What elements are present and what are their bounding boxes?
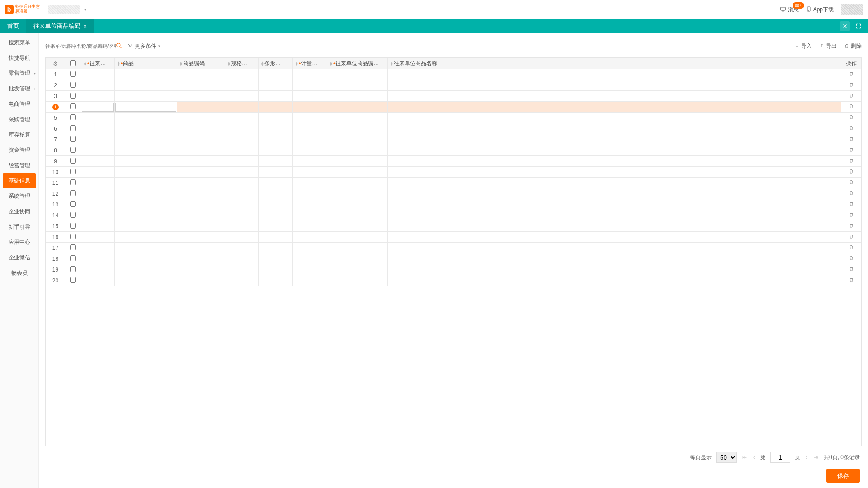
cell[interactable] bbox=[115, 156, 177, 167]
cell[interactable] bbox=[115, 134, 177, 145]
cell[interactable] bbox=[81, 156, 115, 167]
cell[interactable] bbox=[115, 69, 177, 80]
cell[interactable] bbox=[225, 102, 259, 113]
cell[interactable] bbox=[177, 123, 225, 134]
cell[interactable] bbox=[293, 145, 327, 156]
cell[interactable] bbox=[115, 253, 177, 264]
cell[interactable] bbox=[225, 232, 259, 243]
table-row[interactable]: 9 bbox=[46, 156, 861, 167]
cell[interactable] bbox=[327, 134, 388, 145]
cell[interactable] bbox=[115, 243, 177, 253]
sidebar-item-15[interactable]: 畅会员 bbox=[0, 265, 38, 281]
row-checkbox[interactable] bbox=[70, 114, 76, 120]
cell[interactable] bbox=[177, 134, 225, 145]
cell[interactable] bbox=[115, 210, 177, 221]
cell[interactable] bbox=[293, 156, 327, 167]
cell[interactable] bbox=[81, 167, 115, 178]
search-icon[interactable] bbox=[116, 42, 122, 50]
cell[interactable] bbox=[115, 113, 177, 123]
sidebar-item-5[interactable]: 采购管理 bbox=[0, 112, 38, 127]
cell[interactable] bbox=[81, 102, 115, 113]
cell[interactable] bbox=[225, 199, 259, 210]
cell[interactable] bbox=[81, 188, 115, 199]
cell[interactable] bbox=[115, 264, 177, 275]
cell[interactable] bbox=[177, 253, 225, 264]
trash-icon[interactable] bbox=[849, 103, 854, 109]
cell[interactable] bbox=[259, 91, 293, 102]
cell[interactable] bbox=[388, 156, 841, 167]
cell[interactable] bbox=[327, 210, 388, 221]
cell[interactable] bbox=[259, 178, 293, 188]
cell[interactable] bbox=[115, 199, 177, 210]
cell[interactable] bbox=[388, 145, 841, 156]
cell[interactable] bbox=[177, 232, 225, 243]
cell[interactable] bbox=[225, 275, 259, 286]
cell[interactable] bbox=[388, 210, 841, 221]
per-page-select[interactable]: 50 bbox=[716, 452, 737, 463]
cell[interactable] bbox=[81, 178, 115, 188]
cell[interactable] bbox=[115, 167, 177, 178]
trash-icon[interactable] bbox=[849, 277, 854, 282]
trash-icon[interactable] bbox=[849, 266, 854, 272]
cell[interactable] bbox=[81, 113, 115, 123]
cell[interactable] bbox=[225, 113, 259, 123]
cell[interactable] bbox=[81, 91, 115, 102]
table-row[interactable]: 19 bbox=[46, 264, 861, 275]
cell[interactable] bbox=[225, 134, 259, 145]
cell[interactable] bbox=[177, 145, 225, 156]
trash-icon[interactable] bbox=[849, 125, 854, 131]
cell[interactable] bbox=[327, 102, 388, 113]
cell[interactable] bbox=[259, 156, 293, 167]
trash-icon[interactable] bbox=[849, 234, 854, 239]
cell[interactable] bbox=[177, 264, 225, 275]
trash-icon[interactable] bbox=[849, 93, 854, 98]
trash-icon[interactable] bbox=[849, 223, 854, 228]
cell[interactable] bbox=[327, 80, 388, 91]
cell[interactable] bbox=[259, 210, 293, 221]
cell[interactable] bbox=[81, 232, 115, 243]
table-row[interactable]: 1 bbox=[46, 69, 861, 80]
table-row[interactable]: 16 bbox=[46, 232, 861, 243]
cell[interactable] bbox=[327, 167, 388, 178]
cell[interactable] bbox=[259, 264, 293, 275]
cell[interactable] bbox=[259, 102, 293, 113]
row-checkbox[interactable] bbox=[70, 277, 76, 283]
row-checkbox[interactable] bbox=[70, 201, 76, 207]
cell[interactable] bbox=[259, 113, 293, 123]
trash-icon[interactable] bbox=[849, 201, 854, 206]
company-dropdown-icon[interactable]: ▾ bbox=[84, 7, 86, 12]
table-row[interactable]: 13 bbox=[46, 199, 861, 210]
cell[interactable] bbox=[115, 178, 177, 188]
cell[interactable] bbox=[293, 264, 327, 275]
cell[interactable] bbox=[225, 188, 259, 199]
row-checkbox[interactable] bbox=[70, 244, 76, 250]
cell[interactable] bbox=[115, 232, 177, 243]
tabs-fullscreen-icon[interactable] bbox=[854, 21, 863, 31]
cell[interactable] bbox=[327, 145, 388, 156]
row-checkbox[interactable] bbox=[70, 255, 76, 261]
cell[interactable] bbox=[225, 264, 259, 275]
cell[interactable] bbox=[177, 221, 225, 232]
table-row[interactable]: 18 bbox=[46, 253, 861, 264]
row-checkbox[interactable] bbox=[70, 223, 76, 229]
sidebar-item-14[interactable]: 企业微信 bbox=[0, 250, 38, 265]
row-checkbox[interactable] bbox=[70, 179, 76, 185]
cell[interactable] bbox=[177, 243, 225, 253]
cell[interactable] bbox=[115, 275, 177, 286]
cell[interactable] bbox=[293, 253, 327, 264]
sidebar-item-11[interactable]: 企业协同 bbox=[0, 204, 38, 219]
cell[interactable] bbox=[327, 188, 388, 199]
sidebar-item-8[interactable]: 经营管理 bbox=[0, 158, 38, 173]
cell[interactable] bbox=[115, 188, 177, 199]
cell[interactable] bbox=[177, 113, 225, 123]
cell[interactable] bbox=[293, 134, 327, 145]
table-row[interactable]: 7 bbox=[46, 134, 861, 145]
cell[interactable] bbox=[115, 145, 177, 156]
sidebar-item-6[interactable]: 库存核算 bbox=[0, 127, 38, 142]
cell[interactable] bbox=[327, 232, 388, 243]
cell[interactable] bbox=[225, 253, 259, 264]
sidebar-item-9[interactable]: 基础信息 bbox=[3, 173, 36, 188]
cell[interactable] bbox=[388, 253, 841, 264]
table-row[interactable]: 20 bbox=[46, 275, 861, 286]
trash-icon[interactable] bbox=[849, 190, 854, 196]
